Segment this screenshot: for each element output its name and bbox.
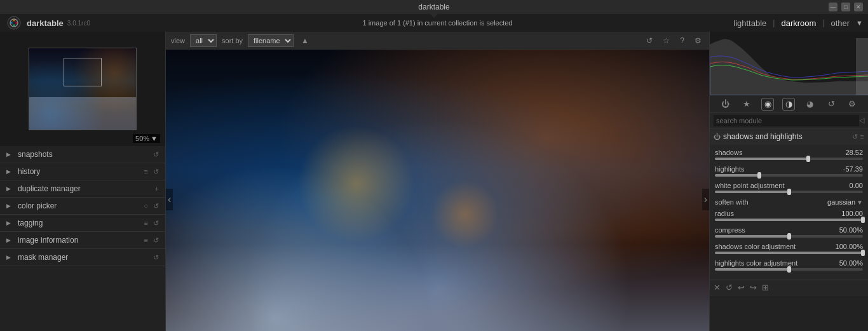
whitepoint-slider[interactable] [715, 191, 863, 193]
section-snapshots-header[interactable]: ▶ snapshots ↺ [0, 146, 165, 163]
close-button[interactable]: ✕ [854, 3, 863, 11]
cancel-action-icon[interactable]: ✕ [714, 283, 721, 292]
history-label: history [18, 167, 139, 176]
nav-darkroom[interactable]: darkroom [778, 17, 818, 29]
titlebar-arrow [430, 14, 438, 18]
maskman-label: mask manager [18, 253, 148, 262]
module-content: shadows 28.52 highlights -57.39 [710, 145, 868, 280]
section-history[interactable]: ▶ history ≡ ↺ [0, 163, 165, 180]
header-center: 1 image of 1 (#1) in current collection … [166, 19, 709, 27]
cp-icon2: ↺ [153, 202, 159, 210]
view-select[interactable]: all [190, 34, 217, 47]
sort-direction-button[interactable]: ▲ [299, 35, 311, 46]
section-mask-manager[interactable]: ▶ mask manager ↺ [0, 249, 165, 266]
tag-icon2: ↺ [153, 219, 159, 227]
darktable-logo [5, 14, 23, 32]
highlights-color-fill [715, 268, 789, 271]
section-duplicate-manager[interactable]: ▶ duplicate manager + [0, 180, 165, 198]
softenwith-arrow[interactable]: ▼ [857, 199, 863, 206]
help-button[interactable]: ? [677, 35, 687, 46]
highlights-handle[interactable] [757, 172, 761, 179]
radius-handle[interactable] [861, 217, 865, 223]
reset-module-icon[interactable]: ↺ [825, 98, 837, 111]
shadows-label: shadows [715, 149, 804, 156]
power-module-icon[interactable]: ⏻ [719, 98, 732, 111]
highlights-color-label: highlights color adjustment [715, 259, 804, 267]
radius-slider[interactable] [715, 219, 863, 221]
radius-label: radius [715, 210, 804, 217]
softenwith-value[interactable]: gaussian [827, 198, 855, 206]
imginfo-icon2: ↺ [153, 236, 159, 245]
halfcircle-module-icon[interactable]: ◑ [782, 98, 795, 111]
redo-action-icon[interactable]: ↪ [750, 283, 757, 292]
shadows-handle[interactable] [806, 156, 810, 162]
nav-lighttable[interactable]: lighttable [731, 17, 769, 29]
maximize-button[interactable]: □ [841, 3, 850, 11]
highlights-fill [715, 174, 759, 177]
module-reset-icon[interactable]: ↺ [852, 133, 858, 141]
shadows-color-slider[interactable] [715, 252, 863, 254]
dup-label: duplicate manager [18, 184, 150, 193]
section-history-header[interactable]: ▶ history ≡ ↺ [0, 163, 165, 180]
reset-action-icon[interactable]: ↺ [726, 283, 733, 292]
nav-dropdown[interactable]: ▼ [856, 19, 863, 27]
section-colorpicker-header[interactable]: ▶ color picker ○ ↺ [0, 198, 165, 214]
compress-fill [715, 235, 789, 238]
thumbnail-area: 50% ▼ [0, 32, 165, 146]
grid-action-icon[interactable]: ⊞ [762, 283, 769, 292]
compress-handle[interactable] [787, 233, 791, 240]
compress-slider[interactable] [715, 235, 863, 238]
highlights-color-slider[interactable] [715, 268, 863, 271]
radius-fill [715, 219, 863, 221]
snapshots-label: snapshots [18, 150, 148, 159]
section-image-info[interactable]: ▶ image information ≡ ↺ [0, 232, 165, 249]
nav-left-arrow[interactable]: ‹ [166, 189, 173, 210]
search-module-input[interactable] [714, 115, 859, 126]
svg-rect-3 [856, 38, 868, 95]
left-panel: 50% ▼ ▶ snapshots ↺ ▶ history ≡ ↺ ▶ dupl… [0, 32, 166, 331]
section-color-picker[interactable]: ▶ color picker ○ ↺ [0, 198, 165, 215]
star-module-icon[interactable]: ★ [740, 98, 753, 111]
section-imginfo-header[interactable]: ▶ image information ≡ ↺ [0, 232, 165, 248]
module-header[interactable]: ⏻ shadows and highlights ↺ ≡ [710, 128, 868, 145]
whitepoint-label: white point adjustment [715, 182, 804, 189]
compress-value: 50.00% [828, 226, 863, 234]
circle-module-icon[interactable]: ◉ [761, 98, 774, 111]
whitepoint-handle[interactable] [787, 189, 791, 195]
section-maskman-header[interactable]: ▶ mask manager ↺ [0, 249, 165, 266]
compress-param: compress 50.00% [715, 226, 863, 238]
highlights-color-param: highlights color adjustment 50.00% [715, 259, 863, 271]
settings-button[interactable]: ⚙ [692, 35, 704, 46]
shadows-slider[interactable] [715, 158, 863, 160]
whitepoint-value: 0.00 [828, 182, 863, 189]
section-duplicate-header[interactable]: ▶ duplicate manager + [0, 180, 165, 197]
highlights-param: highlights -57.39 [715, 165, 863, 177]
preset-module-icon[interactable]: ⚙ [846, 98, 858, 111]
minimize-button[interactable]: — [829, 3, 837, 11]
imginfo-icon: ≡ [144, 236, 148, 244]
section-tagging-header[interactable]: ▶ tagging ≡ ↺ [0, 215, 165, 231]
undo-action-icon[interactable]: ↩ [738, 283, 745, 292]
section-snapshots[interactable]: ▶ snapshots ↺ [0, 146, 165, 163]
nav-right-arrow[interactable]: › [702, 189, 709, 210]
histogram-chart [710, 32, 868, 95]
shadows-color-handle[interactable] [861, 250, 865, 256]
tag-icon: ≡ [144, 219, 148, 227]
star-button[interactable]: ☆ [660, 35, 672, 46]
tone-module-icon[interactable]: ◕ [804, 98, 817, 111]
radius-value: 100.00 [828, 210, 863, 217]
module-power-icon[interactable]: ⏻ [714, 133, 721, 140]
sort-select[interactable]: filename [248, 34, 294, 47]
tag-arrow: ▶ [6, 220, 13, 226]
highlights-color-handle[interactable] [787, 266, 791, 273]
highlights-slider[interactable] [715, 174, 863, 177]
module-presets-icon[interactable]: ≡ [860, 133, 864, 140]
refresh-button[interactable]: ↺ [644, 35, 655, 46]
cp-label: color picker [18, 201, 139, 210]
snapshots-arrow: ▶ [6, 151, 13, 158]
radius-param: radius 100.00 [715, 210, 863, 221]
softenwith-label: soften with [715, 198, 827, 206]
version: 3.0.1rc0 [67, 20, 90, 27]
nav-other[interactable]: other [828, 17, 852, 29]
section-tagging[interactable]: ▶ tagging ≡ ↺ [0, 215, 165, 232]
